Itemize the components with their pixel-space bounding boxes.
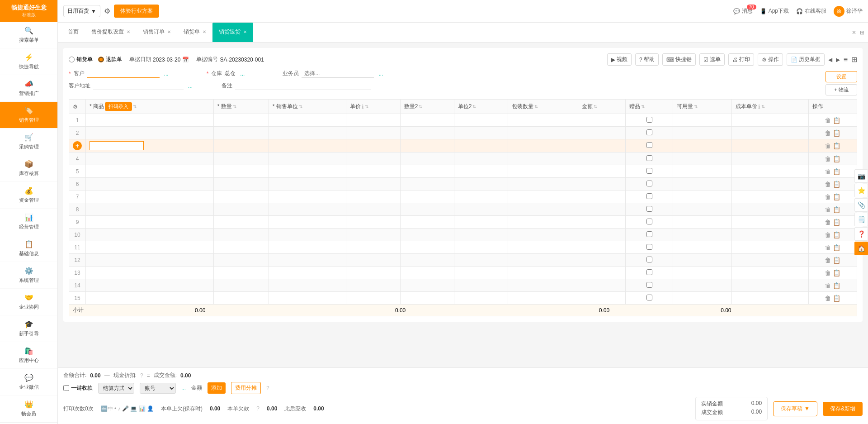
sidebar-item-shortcut[interactable]: ⚡ 快捷导航 xyxy=(0,48,57,75)
tab-home[interactable]: 首页 xyxy=(61,23,85,42)
sort-icon[interactable]: ⇅ xyxy=(133,104,137,109)
cost_price-cell[interactable] xyxy=(732,267,808,279)
available-cell[interactable] xyxy=(673,267,732,279)
unit2-cell[interactable] xyxy=(454,165,508,178)
available-cell[interactable] xyxy=(673,165,732,178)
product-cell[interactable] xyxy=(86,191,214,203)
qty-cell[interactable] xyxy=(213,127,269,139)
tab-close-icon[interactable]: ✕ xyxy=(167,29,171,34)
gift-checkbox[interactable] xyxy=(646,219,652,224)
gift-checkbox[interactable] xyxy=(646,193,652,199)
unit_price-cell[interactable] xyxy=(346,254,401,267)
unit_price-cell[interactable] xyxy=(346,267,401,279)
gift-cell[interactable] xyxy=(625,216,673,229)
unit2-cell[interactable] xyxy=(454,216,508,229)
product-cell[interactable] xyxy=(86,267,214,279)
product-cell[interactable] xyxy=(86,254,214,267)
pack_qty-cell[interactable] xyxy=(508,267,578,279)
gift-checkbox[interactable] xyxy=(646,282,652,288)
product-cell[interactable] xyxy=(86,203,214,216)
tab-price-setting[interactable]: 售价提取设置 ✕ xyxy=(85,23,137,42)
tab-sales-order[interactable]: 销售订单 ✕ xyxy=(137,23,177,42)
cost_price-cell[interactable] xyxy=(732,114,808,127)
qty2-cell[interactable] xyxy=(400,203,454,216)
select-order-btn[interactable]: ☑ 选单 xyxy=(699,53,725,66)
copy-btn[interactable]: 📋 xyxy=(833,181,840,188)
qty-cell[interactable] xyxy=(213,152,269,165)
qty2-cell[interactable] xyxy=(400,178,454,191)
warehouse-dots-btn[interactable]: ... xyxy=(240,71,245,77)
gift-cell[interactable] xyxy=(625,292,673,305)
delete-btn[interactable]: 🗑 xyxy=(825,206,831,213)
available-cell[interactable] xyxy=(673,114,732,127)
prev-icon[interactable]: ◀ xyxy=(828,57,832,63)
radio-sales[interactable]: 销货单 xyxy=(69,56,93,63)
staff-input[interactable] xyxy=(302,69,374,78)
available-cell[interactable] xyxy=(673,229,732,241)
gift-cell[interactable] xyxy=(625,279,673,292)
cost_price-cell[interactable] xyxy=(732,229,808,241)
customer-input[interactable] xyxy=(87,69,160,78)
delete-btn[interactable]: 🗑 xyxy=(825,231,831,238)
pack_qty-cell[interactable] xyxy=(508,165,578,178)
available-cell[interactable] xyxy=(673,254,732,267)
delete-btn[interactable]: 🗑 xyxy=(825,219,831,226)
one-click-payment-checkbox[interactable] xyxy=(63,385,69,391)
sidebar-item-member[interactable]: 👑 畅会员 xyxy=(0,395,57,422)
unit2-cell[interactable] xyxy=(454,241,508,254)
available-cell[interactable] xyxy=(673,127,732,139)
qty2-cell[interactable] xyxy=(400,191,454,203)
available-cell[interactable] xyxy=(673,241,732,254)
unit_price-cell[interactable] xyxy=(346,152,401,165)
gift-cell[interactable] xyxy=(625,191,673,203)
copy-btn[interactable]: 📋 xyxy=(833,155,840,162)
setup-btn[interactable]: 设置 xyxy=(826,71,857,82)
product-cell[interactable] xyxy=(86,216,214,229)
gift-checkbox[interactable] xyxy=(646,231,652,237)
delete-btn[interactable]: 🗑 xyxy=(825,142,831,149)
account-select[interactable]: 账号 xyxy=(140,383,176,394)
copy-btn[interactable]: 📋 xyxy=(833,231,840,238)
cost_price-cell[interactable] xyxy=(732,254,808,267)
available-cell[interactable] xyxy=(673,139,732,152)
unit2-cell[interactable] xyxy=(454,127,508,139)
unit-cell[interactable] xyxy=(269,292,346,305)
gift-checkbox[interactable] xyxy=(646,244,652,250)
copy-btn[interactable]: 📋 xyxy=(833,117,840,124)
unit-cell[interactable] xyxy=(269,178,346,191)
gift-cell[interactable] xyxy=(625,241,673,254)
video-btn[interactable]: ▶ 视频 xyxy=(607,53,632,66)
qty2-cell[interactable] xyxy=(400,127,454,139)
unit-cell[interactable] xyxy=(269,165,346,178)
unit2-cell[interactable] xyxy=(454,139,508,152)
qty2-cell[interactable] xyxy=(400,292,454,305)
gift-cell[interactable] xyxy=(625,267,673,279)
available-cell[interactable] xyxy=(673,279,732,292)
qty-cell[interactable] xyxy=(213,229,269,241)
right-panel-help-btn[interactable]: ❓ xyxy=(854,227,868,241)
app-download-btn[interactable]: 📱 App下载 xyxy=(760,7,789,15)
unit2-cell[interactable] xyxy=(454,254,508,267)
delete-btn[interactable]: 🗑 xyxy=(825,282,831,289)
history-btn[interactable]: 📄 历史单据 xyxy=(787,53,825,66)
tab-sales[interactable]: 销货单 ✕ xyxy=(177,23,212,42)
cost_price-cell[interactable] xyxy=(732,191,808,203)
copy-btn[interactable]: 📋 xyxy=(833,206,840,213)
copy-btn[interactable]: 📋 xyxy=(833,269,840,276)
discount-help-icon[interactable]: ? xyxy=(140,372,143,379)
col-setting[interactable]: ⚙ xyxy=(69,100,86,114)
help-btn[interactable]: ? 帮助 xyxy=(635,53,659,66)
sort-icon[interactable]: ⇅ xyxy=(365,104,368,109)
available-cell[interactable] xyxy=(673,292,732,305)
delete-btn[interactable]: 🗑 xyxy=(825,129,831,137)
unit_price-cell[interactable] xyxy=(346,229,401,241)
right-panel-note-btn[interactable]: 🗒️ xyxy=(854,213,868,226)
available-cell[interactable] xyxy=(673,178,732,191)
cost_price-cell[interactable] xyxy=(732,127,808,139)
unit-cell[interactable] xyxy=(269,152,346,165)
unit_price-cell[interactable] xyxy=(346,178,401,191)
calc-method-select[interactable]: 结算方式 现金 银行转账 xyxy=(98,383,134,394)
unit2-cell[interactable] xyxy=(454,292,508,305)
sidebar-item-appstore[interactable]: 🛍️ 应用中心 xyxy=(0,342,57,369)
sidebar-item-search[interactable]: 🔍 搜索菜单 xyxy=(0,22,57,48)
